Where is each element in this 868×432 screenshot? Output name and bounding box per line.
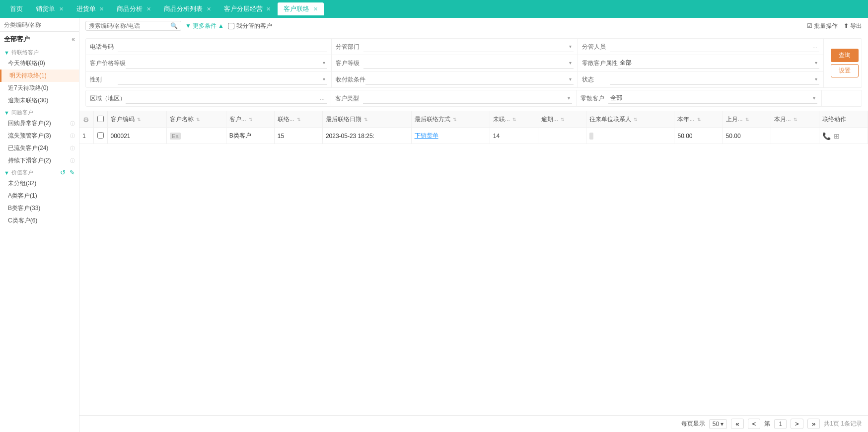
nav-product-analysis-list-close[interactable]: ✕ — [207, 6, 211, 12]
export-button[interactable]: ⬆ 导出 — [844, 22, 862, 30]
sidebar-item-churned[interactable]: 已流失客户(24) ⓘ — [0, 142, 79, 154]
settings-icon[interactable]: ⚙ — [83, 116, 89, 124]
problem-group-label: ▼ 问题客户 — [0, 107, 79, 117]
row-last-contact-method: 下销货单 — [411, 128, 490, 144]
retail-customer-value: 全部 — [610, 94, 622, 102]
retail-attr-label: 零散客户属性 — [582, 59, 618, 68]
retail-attr-select[interactable]: 全部 ▾ — [618, 58, 819, 69]
dept-label: 分管部门 — [336, 43, 363, 51]
nav-product-analysis[interactable]: 商品分析 ✕ — [111, 2, 157, 15]
my-customers-checkbox-label[interactable]: 我分管的客户 — [228, 22, 272, 30]
search-execute-icon[interactable]: 🔍 — [170, 22, 178, 29]
sort-icon-this-month: ⇅ — [794, 117, 797, 122]
select-all-checkbox[interactable] — [97, 116, 104, 122]
payment-select[interactable]: ▾ — [365, 74, 573, 85]
dots-icon: … — [812, 44, 817, 49]
row-this-month — [771, 128, 819, 144]
customer-table: ⚙ 客户编码 ⇅ 客户名称 ⇅ — [79, 111, 868, 144]
last-page-button[interactable]: » — [807, 419, 820, 429]
nav-home[interactable]: 首页 — [4, 2, 29, 15]
th-customer-type: 客户... ⇅ — [226, 111, 274, 128]
nav-sales-order[interactable]: 销货单 ✕ — [30, 2, 70, 15]
next-page-button[interactable]: > — [791, 419, 803, 429]
sort-icon-type: ⇅ — [249, 117, 253, 122]
nav-purchase-order-close[interactable]: ✕ — [99, 6, 104, 12]
person-select[interactable]: … — [610, 41, 819, 52]
page-size-select[interactable]: 50 ▾ — [709, 419, 727, 429]
sidebar-item-today-pending[interactable]: 今天待联络(0) — [0, 57, 79, 70]
nav-customer-layered[interactable]: 客户分层经营 ✕ — [218, 2, 277, 15]
chevron-down-icon-9: ▾ — [813, 95, 815, 101]
edit-icon[interactable]: ✎ — [70, 169, 75, 176]
nav-customer-layered-close[interactable]: ✕ — [266, 6, 271, 12]
customer-price-select[interactable]: ▾ — [126, 58, 327, 69]
prev-page-button[interactable]: < — [748, 419, 761, 429]
nav-customer-contact[interactable]: 客户联络 ✕ — [278, 2, 324, 15]
region-select[interactable]: … — [126, 93, 327, 104]
more-filters-button[interactable]: ▼ 更多条件 ▲ — [185, 22, 224, 30]
th-last-month: 上月... ⇅ — [723, 111, 771, 128]
phone-action-icon[interactable]: 📞 — [822, 132, 831, 140]
chevron-down-icon-6: ▾ — [815, 60, 817, 66]
sidebar-item-ungrouped[interactable]: 未分组(32) — [0, 177, 79, 190]
dept-select[interactable]: ▾ — [363, 41, 573, 52]
page-size-label: 每页显示 — [681, 420, 705, 428]
sidebar-item-7day-pending[interactable]: 近7天待联络(0) — [0, 82, 79, 94]
sidebar-item-overdue-pending[interactable]: 逾期未联络(30) — [0, 94, 79, 107]
batch-ops-button[interactable]: ☑ 批量操作 — [807, 22, 838, 30]
row-customer-code: 000021 — [107, 128, 167, 144]
page-number-input[interactable]: 1 — [774, 419, 787, 429]
sidebar-item-repurchase-abnormal[interactable]: 回购异常客户(2) ⓘ — [0, 117, 79, 130]
search-bar: 🔍 ▼ 更多条件 ▲ 我分管的客户 ☑ 批量操作 ⬆ 导出 — [79, 18, 868, 34]
sort-icon-contact: ⇅ — [297, 117, 301, 122]
nav-purchase-order[interactable]: 进货单 ✕ — [71, 2, 110, 15]
sidebar-item-c-class[interactable]: C类客户(6) — [0, 215, 79, 227]
gender-select[interactable]: ▾ — [118, 74, 327, 85]
hint-icon-2: ⓘ — [70, 133, 75, 140]
grid-action-icon[interactable]: ⊞ — [834, 132, 840, 140]
all-customers-header[interactable]: 全部客户 « — [0, 32, 79, 47]
th-settings: ⚙ — [79, 111, 93, 128]
nav-sales-order-close[interactable]: ✕ — [59, 6, 64, 12]
sidebar-item-churn-warning[interactable]: 流失预警客户(3) ⓘ — [0, 130, 79, 142]
chevron-down-icon-4: ▾ — [569, 60, 572, 66]
phone-input[interactable] — [118, 41, 327, 52]
sidebar-item-tomorrow-pending[interactable]: 明天待联络(1) — [0, 70, 79, 82]
sidebar-search-input[interactable] — [4, 21, 78, 28]
refresh-icon[interactable]: ↺ — [60, 169, 66, 176]
sidebar-item-a-class[interactable]: A类客户(1) — [0, 190, 79, 202]
contact-person-masked — [589, 133, 593, 140]
sort-icon-last-month: ⇅ — [745, 117, 749, 122]
th-contact-person: 往来单位联系人 ⇅ — [586, 111, 674, 128]
row-checkbox[interactable] — [97, 132, 104, 139]
customer-type-select[interactable]: ▾ — [363, 93, 572, 104]
th-not-contact: 未联... ⇅ — [490, 111, 538, 128]
set-button[interactable]: 设置 — [831, 64, 859, 77]
arrow-icon-2: ▼ — [4, 110, 9, 116]
customer-level-select[interactable]: ▾ — [363, 58, 573, 69]
nav-product-analysis-list[interactable]: 商品分析列表 ✕ — [158, 2, 217, 15]
filter-buttons: 查询 设置 — [824, 39, 862, 87]
filter-icon: ▼ — [185, 22, 191, 29]
th-last-contact-method: 最后联络方式 ⇅ — [411, 111, 490, 128]
chevron-down-icon-7: ▾ — [815, 76, 817, 82]
sort-icon-last-date: ⇅ — [364, 117, 368, 122]
my-customers-checkbox[interactable] — [228, 23, 234, 29]
sidebar-item-declining[interactable]: 持续下滑客户(2) ⓘ — [0, 154, 79, 167]
sidebar-item-b-class[interactable]: B类客户(33) — [0, 202, 79, 215]
sort-icon-person: ⇅ — [634, 117, 638, 122]
status-select[interactable]: ▾ — [610, 74, 819, 85]
row-this-year: 50.00 — [674, 128, 723, 144]
sort-icon-not-contact: ⇅ — [512, 117, 516, 122]
page-size-arrow: ▾ — [721, 421, 723, 428]
search-input[interactable] — [89, 22, 168, 29]
customer-type-label: 客户类型 — [335, 94, 363, 103]
nav-customer-contact-close[interactable]: ✕ — [313, 6, 318, 12]
last-contact-method-link[interactable]: 下销货单 — [415, 132, 438, 139]
first-page-button[interactable]: « — [731, 419, 743, 429]
nav-product-analysis-close[interactable]: ✕ — [146, 6, 151, 12]
query-button[interactable]: 查询 — [831, 49, 859, 62]
retail-customer-select[interactable]: 全部 ▾ — [608, 93, 817, 104]
arrow-icon: ▼ — [4, 50, 9, 56]
chevron-down-icon-8: ▾ — [568, 95, 570, 101]
